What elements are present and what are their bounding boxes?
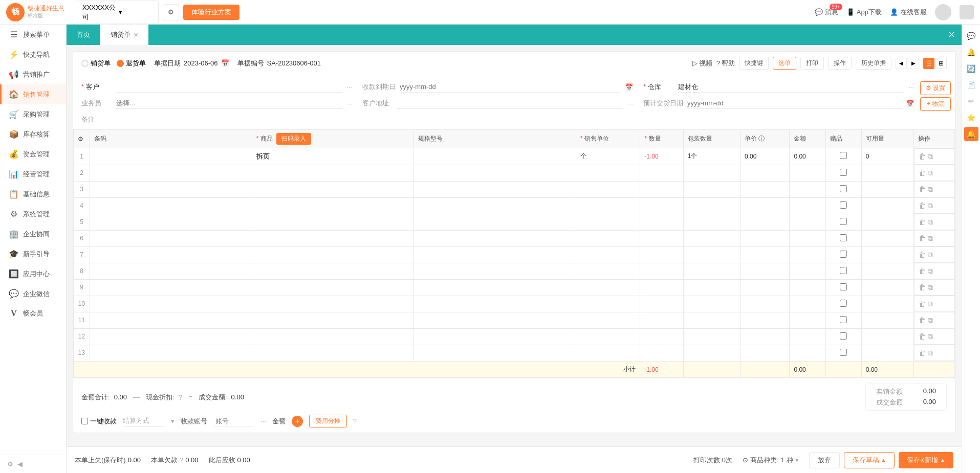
cell-unit[interactable] xyxy=(576,197,640,214)
sidebar-item-finance[interactable]: 💰 资金管理 xyxy=(0,144,66,164)
cell-pkg-qty[interactable] xyxy=(683,246,740,263)
cell-pkg-qty[interactable] xyxy=(683,312,740,328)
copy-row-btn[interactable]: ⧉ xyxy=(928,251,933,259)
sidebar-item-apps[interactable]: 🔲 应用中心 xyxy=(0,264,66,284)
address-selector-icon[interactable]: ··· xyxy=(627,100,633,107)
delete-row-btn[interactable]: 🗑 xyxy=(919,218,926,226)
close-all-tabs[interactable]: ✕ xyxy=(948,29,955,40)
warehouse-selector-icon[interactable]: ··· xyxy=(908,83,914,91)
cell-gift[interactable] xyxy=(825,279,861,296)
cell-barcode[interactable] xyxy=(90,296,252,312)
sidebar-item-purchase[interactable]: 🛒 采购管理 xyxy=(0,104,66,124)
cell-unit[interactable] xyxy=(576,214,640,230)
settings-btn[interactable]: ⚙ xyxy=(163,4,179,20)
delivery-calendar-icon[interactable]: 📅 xyxy=(906,100,914,107)
cell-pkg-qty[interactable] xyxy=(683,279,740,296)
cell-qty[interactable] xyxy=(640,263,684,279)
cell-amount[interactable] xyxy=(790,279,825,296)
cell-barcode[interactable] xyxy=(90,197,252,214)
cell-spec[interactable] xyxy=(414,279,576,296)
cell-qty[interactable] xyxy=(640,312,684,328)
user-avatar[interactable] xyxy=(935,4,951,20)
sidebar-item-guide[interactable]: 🎓 新手引导 xyxy=(0,244,66,264)
radio-return-order[interactable]: 退货单 xyxy=(117,59,146,68)
cell-pkg-qty[interactable] xyxy=(683,263,740,279)
cell-barcode[interactable] xyxy=(90,279,252,296)
cell-gift[interactable] xyxy=(825,197,861,214)
rs-chat-btn[interactable]: 💬 xyxy=(964,29,978,43)
cell-gift[interactable] xyxy=(825,148,861,165)
cell-qty[interactable] xyxy=(640,165,684,181)
cell-pkg-qty[interactable] xyxy=(683,197,740,214)
sidebar-collapse-icon[interactable]: ◀ xyxy=(17,460,23,468)
cell-price[interactable] xyxy=(740,230,789,246)
copy-row-btn[interactable]: ⧉ xyxy=(928,283,933,292)
cell-unit[interactable] xyxy=(576,312,640,328)
sidebar-item-inventory[interactable]: 📦 库存核算 xyxy=(0,124,66,144)
cell-qty[interactable] xyxy=(640,345,684,362)
cell-product[interactable] xyxy=(252,345,414,362)
cell-gift[interactable] xyxy=(825,312,861,328)
cell-spec[interactable] xyxy=(414,181,576,197)
prev-record[interactable]: ◀ xyxy=(896,58,907,69)
cell-pkg-qty[interactable] xyxy=(683,345,740,362)
cell-product[interactable] xyxy=(252,230,414,246)
cell-unit[interactable] xyxy=(576,296,640,312)
cell-price[interactable] xyxy=(740,328,789,345)
cell-spec[interactable] xyxy=(414,263,576,279)
cell-barcode[interactable] xyxy=(90,230,252,246)
cell-price[interactable] xyxy=(740,279,789,296)
cell-spec[interactable] xyxy=(414,246,576,263)
copy-row-btn[interactable]: ⧉ xyxy=(928,201,933,210)
sidebar-item-operations[interactable]: 📊 经营管理 xyxy=(0,164,66,184)
cell-spec[interactable] xyxy=(414,165,576,181)
settings-side-btn[interactable]: ⚙ 设置 xyxy=(920,81,951,95)
video-link[interactable]: ▷ 视频 xyxy=(692,59,712,68)
save-draft-button[interactable]: 保存草稿 ▲ xyxy=(844,452,895,468)
cell-barcode[interactable] xyxy=(90,214,252,230)
cell-amount[interactable] xyxy=(790,296,825,312)
salesman-selector-icon[interactable]: ··· xyxy=(346,100,352,107)
copy-row-btn[interactable]: ⧉ xyxy=(928,332,933,341)
total-owe-help[interactable]: ? xyxy=(180,456,183,464)
cell-product[interactable] xyxy=(252,312,414,328)
cell-pkg-qty[interactable] xyxy=(683,296,740,312)
print-btn[interactable]: 打印 xyxy=(800,57,824,70)
cell-gift[interactable] xyxy=(825,345,861,362)
cell-pkg-qty[interactable]: 1个 xyxy=(683,148,740,165)
copy-row-btn[interactable]: ⧉ xyxy=(928,267,933,276)
cell-barcode[interactable] xyxy=(90,328,252,345)
cell-product[interactable] xyxy=(252,148,414,165)
cell-gift[interactable] xyxy=(825,165,861,181)
list-view-btn[interactable]: ☰ xyxy=(923,58,934,69)
delete-row-btn[interactable]: 🗑 xyxy=(919,201,926,210)
cell-product[interactable] xyxy=(252,246,414,263)
cell-price[interactable] xyxy=(740,312,789,328)
delete-row-btn[interactable]: 🗑 xyxy=(919,349,926,357)
cell-amount[interactable] xyxy=(790,230,825,246)
delete-row-btn[interactable]: 🗑 xyxy=(919,316,926,324)
company-selector[interactable]: XXXXXX公司 ▾ xyxy=(77,1,159,24)
save-new-button[interactable]: 保存&新增 ▲ xyxy=(899,452,953,468)
scan-button[interactable]: 扫码录入 xyxy=(276,133,311,145)
warehouse-input[interactable] xyxy=(678,81,904,93)
next-record[interactable]: ▶ xyxy=(908,58,919,69)
cell-price[interactable] xyxy=(740,165,789,181)
select-btn[interactable]: 选单 xyxy=(773,57,796,70)
cell-unit[interactable] xyxy=(576,279,640,296)
cell-pkg-qty[interactable] xyxy=(683,165,740,181)
delete-row-btn[interactable]: 🗑 xyxy=(919,267,926,275)
cell-unit[interactable] xyxy=(576,230,640,246)
sidebar-settings-icon[interactable]: ⚙ xyxy=(7,460,13,468)
cell-product[interactable] xyxy=(252,197,414,214)
cell-price[interactable] xyxy=(740,263,789,279)
copy-row-btn[interactable]: ⧉ xyxy=(928,300,933,308)
delete-row-btn[interactable]: 🗑 xyxy=(919,234,926,242)
cell-barcode[interactable] xyxy=(90,181,252,197)
cell-pkg-qty[interactable] xyxy=(683,181,740,197)
cell-barcode[interactable] xyxy=(90,148,252,165)
cell-qty[interactable]: -1.00 xyxy=(640,148,684,165)
delete-row-btn[interactable]: 🗑 xyxy=(919,283,926,291)
app-download-button[interactable]: 📱 App下载 xyxy=(846,8,882,17)
account-selector[interactable]: ··· xyxy=(260,417,266,425)
